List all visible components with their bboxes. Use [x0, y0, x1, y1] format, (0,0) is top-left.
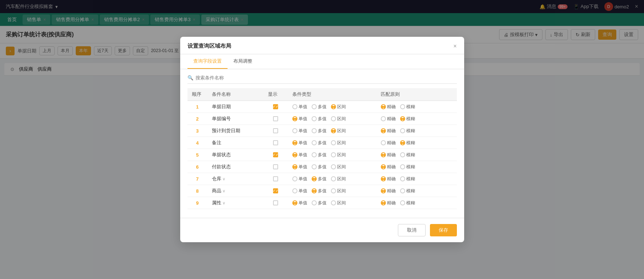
- radio-item-rule[interactable]: 精确: [381, 140, 396, 146]
- radio-label: 单值: [299, 128, 307, 134]
- radio-item-rule[interactable]: 模糊: [400, 212, 415, 212]
- row-show-checkbox[interactable]: ✓: [264, 149, 288, 161]
- tab-layout-adjust[interactable]: 布局调整: [228, 54, 258, 69]
- row-show-checkbox[interactable]: ✓: [264, 101, 288, 113]
- radio-item-rule[interactable]: 精确: [381, 164, 396, 170]
- radio-item-type[interactable]: 多值: [312, 188, 327, 194]
- radio-label: 单值: [299, 188, 307, 194]
- row-show-checkbox[interactable]: [264, 113, 288, 125]
- radio-item-type[interactable]: 区间: [331, 200, 346, 206]
- radio-item-type[interactable]: 多值: [312, 104, 327, 110]
- checkbox[interactable]: [273, 128, 278, 133]
- radio-item-rule[interactable]: 精确: [381, 200, 396, 206]
- tab-query-fields[interactable]: 查询字段设置: [187, 54, 228, 69]
- radio-item-rule[interactable]: 模糊: [400, 152, 415, 158]
- radio-item-rule[interactable]: 模糊: [400, 140, 415, 146]
- radio-item-rule[interactable]: 模糊: [400, 164, 415, 170]
- checkbox[interactable]: ✓: [273, 104, 278, 109]
- radio-item-type[interactable]: 单值: [292, 128, 307, 134]
- radio-item-rule[interactable]: 精确: [381, 104, 396, 110]
- radio-circle: [400, 164, 405, 169]
- checkbox[interactable]: ✓: [273, 152, 278, 157]
- radio-item-type[interactable]: 单值: [292, 116, 307, 122]
- radio-item-type[interactable]: 单值: [292, 200, 307, 206]
- radio-circle: [292, 188, 297, 193]
- modal-close-button[interactable]: ×: [453, 43, 457, 50]
- radio-item-type[interactable]: 区间: [331, 104, 346, 110]
- radio-circle: [381, 176, 386, 181]
- radio-label: 精确: [387, 128, 396, 134]
- radio-circle: [381, 200, 386, 205]
- radio-item-type[interactable]: 区间: [331, 128, 346, 134]
- radio-item-type[interactable]: 多值: [312, 152, 327, 158]
- radio-circle: [381, 104, 386, 109]
- radio-item-type[interactable]: 多值: [312, 164, 327, 170]
- radio-item-type[interactable]: 多值: [312, 212, 327, 212]
- cancel-button[interactable]: 取消: [398, 224, 426, 236]
- radio-item-type[interactable]: 区间: [331, 176, 346, 182]
- condition-table-scroll[interactable]: 顺序 条件名称 显示 条件类型 匹配原则 1单据日期✓单值多值区间精确模糊2单据…: [187, 88, 457, 212]
- row-show-checkbox[interactable]: [264, 137, 288, 149]
- row-show-checkbox[interactable]: [264, 197, 288, 209]
- row-order: 1: [187, 101, 208, 113]
- radio-circle: [292, 104, 297, 109]
- radio-item-rule[interactable]: 精确: [381, 176, 396, 182]
- radio-item-rule[interactable]: 精确: [381, 188, 396, 194]
- radio-circle: [312, 128, 317, 133]
- radio-item-rule[interactable]: 精确: [381, 212, 396, 212]
- radio-label: 多值: [318, 188, 327, 194]
- row-show-checkbox[interactable]: [264, 125, 288, 137]
- checkbox[interactable]: [273, 200, 278, 205]
- radio-item-type[interactable]: 单值: [292, 164, 307, 170]
- radio-label: 区间: [337, 128, 346, 134]
- radio-item-type[interactable]: 单值: [292, 152, 307, 158]
- radio-label: 模糊: [406, 164, 415, 170]
- radio-item-rule[interactable]: 模糊: [400, 116, 415, 122]
- radio-item-rule[interactable]: 精确: [381, 116, 396, 122]
- radio-item-rule[interactable]: 模糊: [400, 200, 415, 206]
- radio-item-type[interactable]: 区间: [331, 164, 346, 170]
- radio-label: 模糊: [406, 116, 415, 122]
- radio-item-type[interactable]: 多值: [312, 128, 327, 134]
- checkbox[interactable]: [273, 176, 278, 181]
- radio-item-rule[interactable]: 模糊: [400, 104, 415, 110]
- radio-item-type[interactable]: 单值: [292, 176, 307, 182]
- radio-item-type[interactable]: 单值: [292, 188, 307, 194]
- radio-item-type[interactable]: 多值: [312, 200, 327, 206]
- checkbox[interactable]: [273, 164, 278, 169]
- row-show-checkbox[interactable]: [264, 173, 288, 185]
- radio-label: 多值: [318, 200, 327, 206]
- table-row: 3预计到货日期单值多值区间精确模糊: [187, 125, 457, 137]
- radio-item-type[interactable]: 区间: [331, 140, 346, 146]
- checkbox[interactable]: ✓: [273, 188, 278, 193]
- checkbox[interactable]: [273, 116, 278, 121]
- radio-item-rule[interactable]: 模糊: [400, 128, 415, 134]
- radio-circle: [292, 152, 297, 157]
- save-button[interactable]: 保存: [430, 224, 457, 236]
- row-show-checkbox[interactable]: ✓: [264, 185, 288, 197]
- radio-item-type[interactable]: 多值: [312, 140, 327, 146]
- radio-item-rule[interactable]: 精确: [381, 128, 396, 134]
- radio-circle: [400, 116, 405, 121]
- radio-item-type[interactable]: 单值: [292, 140, 307, 146]
- radio-item-rule[interactable]: 模糊: [400, 176, 415, 182]
- modal-body: 🔍 顺序 条件名称 显示 条件类型 匹配原则: [180, 69, 464, 218]
- radio-item-type[interactable]: 区间: [331, 152, 346, 158]
- row-show-checkbox[interactable]: [264, 161, 288, 173]
- radio-label: 单值: [299, 212, 307, 212]
- radio-item-type[interactable]: 区间: [331, 212, 346, 212]
- radio-item-type[interactable]: 多值: [312, 116, 327, 122]
- radio-item-type[interactable]: 单值: [292, 104, 307, 110]
- row-rule-radios: 精确模糊: [376, 101, 457, 113]
- radio-item-type[interactable]: 单值: [292, 212, 307, 212]
- radio-item-type[interactable]: 多值: [312, 176, 327, 182]
- radio-item-rule[interactable]: 精确: [381, 152, 396, 158]
- condition-search-input[interactable]: [193, 75, 457, 80]
- radio-item-type[interactable]: 区间: [331, 116, 346, 122]
- radio-item-rule[interactable]: 模糊: [400, 188, 415, 194]
- row-show-checkbox[interactable]: [264, 209, 288, 212]
- checkbox[interactable]: [273, 140, 278, 145]
- row-order: 3: [187, 125, 208, 137]
- row-type-radios: 单值多值区间: [288, 185, 376, 197]
- radio-item-type[interactable]: 区间: [331, 188, 346, 194]
